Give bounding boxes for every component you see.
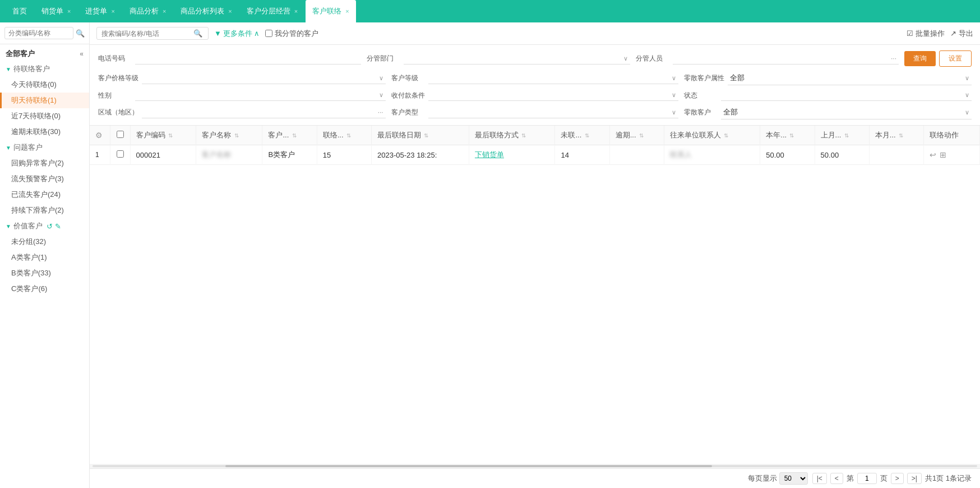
filter-customer-type-select[interactable]: ∨ [428,107,679,118]
row-num: 1 [90,145,110,165]
row-checkbox[interactable] [117,150,124,158]
sort-icon[interactable]: ⇅ [292,132,297,139]
sidebar-item-overdue-pending[interactable]: 逾期未联络(30) [0,124,89,140]
page-label: 第 [847,473,854,484]
settings-gear-icon[interactable]: ⚙ [95,131,103,140]
sidebar-item-c-class[interactable]: C类客户(6) [0,281,89,297]
nav-product-analysis-list[interactable]: 商品分析列表 × [174,0,238,22]
close-icon[interactable]: × [345,8,349,15]
prev-page-button[interactable]: < [830,473,843,484]
scrollbar-thumb[interactable] [225,465,712,467]
refresh-icon[interactable]: ↺ [47,222,53,231]
table-row: 1 000021 客户名称 B类客户 [90,145,980,165]
filter-payment-select[interactable]: ∨ [428,90,679,101]
sort-icon[interactable]: ⇅ [899,132,903,139]
sort-icon[interactable]: ⇅ [724,132,728,139]
row-uncontacted: 14 [555,145,609,165]
page-suffix: 页 [880,473,887,484]
collapse-icon[interactable]: « [80,50,84,58]
sidebar-search-input[interactable] [4,27,73,39]
sidebar-search-icon[interactable]: 🔍 [76,29,85,38]
sidebar-item-b-class[interactable]: B类客户(33) [0,265,89,281]
filter-customer-level-select[interactable]: ∨ [428,73,679,84]
query-button[interactable]: 查询 [904,51,936,66]
value-section-title[interactable]: ▼ 价值客户 ↺ ✎ [0,218,89,234]
sidebar-item-a-class[interactable]: A类客户(1) [0,250,89,265]
contact-action-icon[interactable]: ↩ [930,150,936,159]
row-checkbox-cell [110,145,130,165]
search-box[interactable]: 🔍 [96,27,209,40]
settings-button[interactable]: 设置 [939,50,972,67]
sort-icon[interactable]: ⇅ [844,132,849,139]
nav-customer-segmentation[interactable]: 客户分层经营 × [240,0,304,22]
search-input[interactable] [101,30,191,38]
col-customer-type: 客户... ⇅ [262,126,317,145]
nav-home[interactable]: 首页 [6,0,34,22]
sidebar-item-repurchase-abnormal[interactable]: 回购异常客户(2) [0,155,89,171]
edit-icon[interactable]: ✎ [55,222,61,231]
chevron-down-icon: ∨ [623,55,628,62]
sort-icon[interactable]: ⇅ [789,132,794,139]
next-page-button[interactable]: > [891,473,904,484]
first-page-button[interactable]: |< [812,473,827,484]
more-icon[interactable]: ··· [891,54,896,62]
col-last-contact-date: 最后联络日期 ⇅ [372,126,469,145]
my-customer-checkbox-area[interactable]: 我分管的客户 [265,29,318,39]
sort-icon[interactable]: ⇅ [346,132,351,139]
search-icon[interactable]: 🔍 [193,29,202,38]
batch-operation-button[interactable]: ☑ 批量操作 [907,29,945,39]
filter-status-label: 状态 [684,91,718,100]
nav-purchase-order[interactable]: 进货单 × [78,0,121,22]
my-customer-checkbox[interactable] [265,30,272,37]
page-size-selector: 每页显示 50 20 100 [748,472,808,485]
last-page-button[interactable]: >| [907,473,922,484]
nav-customer-contact[interactable]: 客户联络 × [306,0,355,22]
close-icon[interactable]: × [67,8,71,15]
sidebar-item-today-pending[interactable]: 今天待联络(0) [0,77,89,93]
close-icon[interactable]: × [111,8,114,15]
filter-phone-input[interactable] [135,53,361,65]
sidebar-item-churn-warning[interactable]: 流失预警客户(3) [0,171,89,187]
filter-manager-select[interactable]: ··· [673,53,899,65]
sort-icon[interactable]: ⇅ [639,132,644,139]
filter-actions: 查询 设置 [904,50,972,67]
nav-product-analysis[interactable]: 商品分析 × [123,0,173,22]
chevron-down-icon: ∨ [672,91,676,99]
select-all-checkbox[interactable] [117,131,124,138]
close-icon[interactable]: × [228,8,232,15]
sidebar-item-ungrouped[interactable]: 未分组(32) [0,234,89,250]
more-icon[interactable]: ··· [378,108,383,116]
sidebar-item-churned[interactable]: 已流失客户(24) [0,187,89,202]
page-number-input[interactable] [857,473,877,484]
page-size-select[interactable]: 50 20 100 [779,472,808,485]
sort-icon[interactable]: ⇅ [168,132,173,139]
sidebar-item-declining[interactable]: 持续下滑客户(2) [0,202,89,218]
filter-icon: ▼ [214,29,221,38]
more-filter-button[interactable]: ▼ 更多条件 ∧ [214,29,260,39]
nav-sales-order[interactable]: 销货单 × [35,0,77,22]
filter-dept-select[interactable]: ∨ [404,53,630,65]
filter-status-select[interactable]: ∨ [721,90,972,101]
sort-icon[interactable]: ⇅ [424,132,428,139]
close-icon[interactable]: × [294,8,298,15]
grid-action-icon[interactable]: ⊞ [940,150,946,159]
sidebar-item-tomorrow-pending[interactable]: 明天待联络(1) [0,93,89,108]
customer-table: ⚙ 客户编码 ⇅ 客户名称 ⇅ [90,126,980,165]
horizontal-scrollbar[interactable] [90,464,980,468]
all-customers-header[interactable]: 全部客户 « [0,44,89,61]
sidebar-item-7days-pending[interactable]: 近7天待联络(0) [0,108,89,124]
row-current-month [869,145,923,165]
problem-section-title[interactable]: ▼ 问题客户 [0,140,89,155]
export-button[interactable]: ↗ 导出 [950,29,973,39]
last-contact-method-link[interactable]: 下销货单 [475,150,504,159]
filter-price-level-select[interactable]: ∨ [142,73,386,84]
close-icon[interactable]: × [163,8,166,15]
filter-retail-customer-select[interactable]: 全部 ∨ [721,105,972,119]
sort-icon[interactable]: ⇅ [521,132,526,139]
filter-retail-attr-select[interactable]: 全部 ∨ [728,71,972,85]
filter-region-select[interactable]: ··· [142,107,386,118]
pending-section-title[interactable]: ▼ 待联络客户 [0,61,89,77]
sort-icon[interactable]: ⇅ [234,132,239,139]
sort-icon[interactable]: ⇅ [585,132,589,139]
filter-gender-select[interactable]: ∨ [135,90,386,101]
